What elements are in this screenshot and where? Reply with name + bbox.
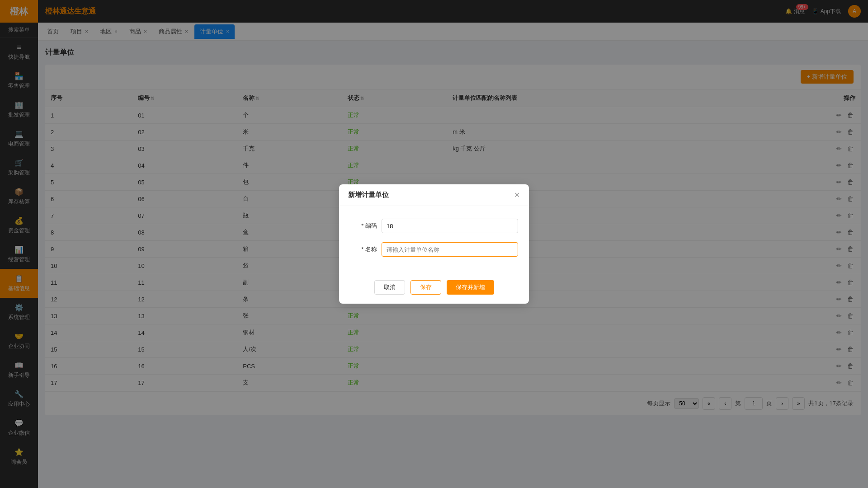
add-unit-modal: 新增计量单位 ✕ * 编码 * 名称 取消 保存 保存并新增: [339, 184, 529, 304]
modal-overlay[interactable]: 新增计量单位 ✕ * 编码 * 名称 取消 保存 保存并新增: [0, 0, 868, 488]
modal-close-button[interactable]: ✕: [514, 191, 520, 199]
cancel-button[interactable]: 取消: [374, 280, 405, 295]
modal-footer: 取消 保存 保存并新增: [339, 275, 529, 304]
modal-header: 新增计量单位 ✕: [339, 184, 529, 206]
save-button[interactable]: 保存: [410, 280, 441, 295]
form-row-code: * 编码: [350, 219, 518, 233]
modal-body: * 编码 * 名称: [339, 206, 529, 275]
name-label: * 名称: [350, 245, 382, 253]
name-input[interactable]: [382, 242, 518, 257]
code-label: * 编码: [350, 222, 382, 230]
form-row-name: * 名称: [350, 242, 518, 257]
save-and-add-button[interactable]: 保存并新增: [447, 280, 494, 295]
code-input[interactable]: [382, 219, 518, 233]
modal-title: 新增计量单位: [348, 191, 389, 199]
